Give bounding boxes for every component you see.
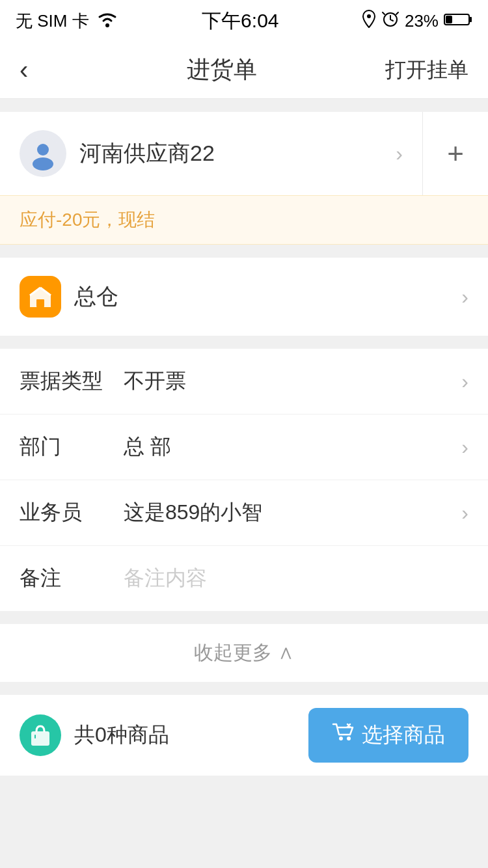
- department-label: 部门: [20, 433, 111, 461]
- department-chevron-icon: ›: [461, 435, 468, 459]
- warehouse-icon: [20, 276, 61, 318]
- product-count-text: 共0种商品: [74, 721, 295, 750]
- collapse-button[interactable]: 收起更多 ∧: [0, 624, 488, 682]
- invoice-type-label: 票据类型: [20, 367, 111, 396]
- open-pending-button[interactable]: 打开挂单: [385, 56, 468, 85]
- svg-point-7: [37, 144, 49, 156]
- page-title: 进货单: [187, 54, 257, 86]
- svg-point-11: [339, 737, 343, 740]
- status-time: 下午6:04: [202, 8, 278, 34]
- invoice-type-chevron-icon: ›: [461, 370, 468, 394]
- location-icon: [362, 10, 376, 33]
- warehouse-chevron-icon: ›: [461, 285, 468, 309]
- remark-input[interactable]: 备注内容: [111, 564, 468, 593]
- supplier-select-row[interactable]: 河南供应商22 ›: [0, 112, 423, 195]
- carrier-text: 无 SIM 卡: [16, 10, 89, 33]
- cart-icon: [332, 723, 354, 748]
- remark-row[interactable]: 备注 备注内容: [0, 546, 488, 611]
- battery-icon: [444, 11, 472, 31]
- svg-point-8: [33, 157, 53, 170]
- svg-rect-10: [31, 731, 49, 746]
- svg-rect-4: [469, 17, 472, 22]
- salesperson-chevron-icon: ›: [461, 501, 468, 525]
- notice-text: 应付-20元，现结: [20, 210, 155, 230]
- warehouse-section[interactable]: 总仓 ›: [0, 258, 488, 336]
- svg-point-0: [105, 23, 109, 27]
- product-icon: [20, 714, 61, 756]
- alarm-icon: [381, 10, 400, 33]
- supplier-section: 河南供应商22 › +: [0, 112, 488, 195]
- invoice-type-value: 不开票: [111, 367, 455, 396]
- warehouse-name: 总仓: [74, 282, 455, 312]
- svg-point-1: [367, 14, 371, 18]
- select-product-label: 选择商品: [362, 721, 445, 750]
- department-row[interactable]: 部门 总 部 ›: [0, 414, 488, 480]
- status-bar: 无 SIM 卡 下午6:04: [0, 0, 488, 42]
- department-value: 总 部: [111, 433, 455, 461]
- battery-percent: 23%: [405, 11, 439, 31]
- supplier-chevron-icon: ›: [396, 142, 403, 166]
- form-section: 票据类型 不开票 › 部门 总 部 › 业务员 这是859的小智 › 备注 备注…: [0, 349, 488, 611]
- svg-point-12: [347, 737, 351, 740]
- wifi-icon: [96, 10, 119, 32]
- remark-label: 备注: [20, 564, 111, 593]
- nav-bar: ‹ 进货单 打开挂单: [0, 42, 488, 99]
- add-supplier-button[interactable]: +: [423, 137, 488, 170]
- section-gap-1: [0, 99, 488, 112]
- status-carrier: 无 SIM 卡: [16, 10, 119, 33]
- salesperson-row[interactable]: 业务员 这是859的小智 ›: [0, 480, 488, 546]
- invoice-type-row[interactable]: 票据类型 不开票 ›: [0, 349, 488, 414]
- svg-rect-9: [36, 299, 44, 307]
- supplier-name: 河南供应商22: [79, 139, 389, 169]
- salesperson-label: 业务员: [20, 498, 111, 527]
- back-button[interactable]: ‹: [20, 55, 59, 85]
- salesperson-value: 这是859的小智: [111, 498, 455, 527]
- supplier-avatar: [20, 130, 66, 177]
- svg-rect-5: [446, 16, 452, 23]
- status-right: 23%: [362, 10, 472, 33]
- notice-bar: 应付-20元，现结: [0, 195, 488, 245]
- bottom-bar: 共0种商品 选择商品: [0, 695, 488, 776]
- select-product-button[interactable]: 选择商品: [308, 708, 468, 763]
